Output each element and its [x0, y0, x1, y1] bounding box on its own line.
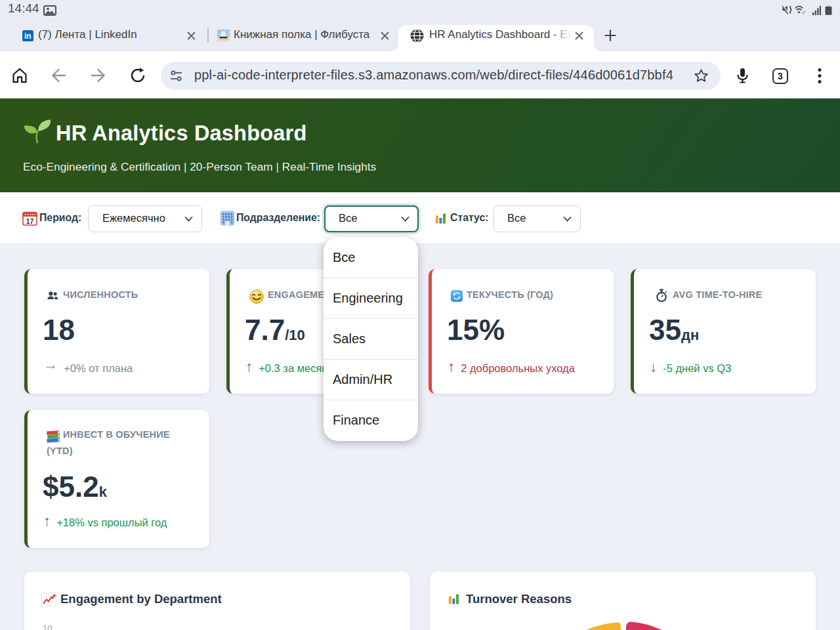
svg-text:in: in — [24, 32, 32, 41]
svg-text:17: 17 — [26, 217, 34, 225]
